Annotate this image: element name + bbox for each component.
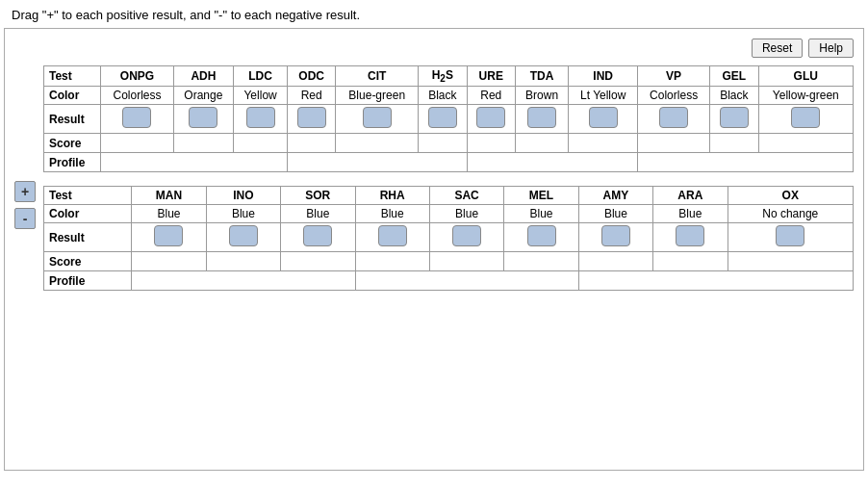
- result-box-amy[interactable]: [601, 225, 630, 246]
- result-box-adh[interactable]: [189, 107, 217, 128]
- table2-color-sac: Blue: [429, 205, 503, 223]
- table2-profile-group2: [355, 271, 578, 291]
- table2-result-sor: [281, 223, 355, 252]
- table2-result-sac: [429, 223, 503, 252]
- reset-button[interactable]: Reset: [752, 39, 803, 58]
- result-box-onpg[interactable]: [122, 107, 151, 128]
- table1-color-ldc: Yellow: [234, 87, 288, 105]
- table2-result-ara: [653, 223, 728, 252]
- table1-color-cit: Blue-green: [336, 87, 419, 105]
- result-box-man[interactable]: [154, 225, 183, 246]
- table2-color-man: Blue: [132, 205, 206, 223]
- table2-result-ino: [206, 223, 280, 252]
- table1-score-h2s: [419, 134, 467, 153]
- table1-result-odc: [287, 105, 335, 134]
- table1-result-tda: [515, 105, 568, 134]
- table1-score-ldc: [234, 134, 288, 153]
- table2-score-amy: [578, 252, 652, 271]
- table1-col-adh: ADH: [173, 66, 234, 87]
- table1-score-odc: [287, 134, 335, 153]
- table2-score-rha: [355, 252, 429, 271]
- table1-profile-group2: [287, 153, 467, 172]
- table1-profile-label: Profile: [44, 153, 101, 172]
- result-box-vp[interactable]: [659, 107, 688, 128]
- table1-col-gel: GEL: [710, 66, 758, 87]
- table2-score-ox: [728, 252, 853, 271]
- table1-color-vp: Colorless: [638, 87, 710, 105]
- table1-score-ind: [569, 134, 638, 153]
- table2-col-sor: SOR: [281, 187, 355, 205]
- table1-color-row: Color Colorless Orange Yellow Red Blue-g…: [44, 87, 854, 105]
- table2-color-ara: Blue: [653, 205, 728, 223]
- result-box-mel[interactable]: [527, 225, 556, 246]
- result-box-ara[interactable]: [676, 225, 704, 246]
- table1-score-row: Score: [44, 134, 854, 153]
- table2-result-amy: [578, 223, 652, 252]
- table1-score-glu: [758, 134, 853, 153]
- result-box-ino[interactable]: [229, 225, 258, 246]
- main-area: Reset Help + - Test ONPG ADH LDC ODC CIT…: [4, 28, 864, 471]
- table1-col-ind: IND: [569, 66, 638, 87]
- table2-color-rha: Blue: [355, 205, 429, 223]
- result-box-tda[interactable]: [527, 107, 556, 128]
- table2-result-label: Result: [44, 223, 132, 252]
- table1-score-gel: [710, 134, 758, 153]
- table2-col-mel: MEL: [504, 187, 578, 205]
- table1-col-onpg: ONPG: [101, 66, 173, 87]
- result-box-ure[interactable]: [476, 107, 505, 128]
- table1: Test ONPG ADH LDC ODC CIT H2S URE TDA IN…: [43, 65, 854, 172]
- table1-score-cit: [336, 134, 419, 153]
- table2-col-rha: RHA: [355, 187, 429, 205]
- table2-col-amy: AMY: [578, 187, 652, 205]
- result-box-ldc[interactable]: [246, 107, 275, 128]
- table2-score-sac: [429, 252, 503, 271]
- table1-result-cit: [336, 105, 419, 134]
- table1-header-row: Test ONPG ADH LDC ODC CIT H2S URE TDA IN…: [44, 66, 854, 87]
- result-box-glu[interactable]: [791, 107, 820, 128]
- table1-col-ure: URE: [467, 66, 515, 87]
- help-button[interactable]: Help: [808, 39, 854, 58]
- table1-col-vp: VP: [638, 66, 710, 87]
- result-box-gel[interactable]: [720, 107, 749, 128]
- table2-result-ox: [728, 223, 853, 252]
- table1-col-glu: GLU: [758, 66, 853, 87]
- result-box-odc[interactable]: [297, 107, 326, 128]
- table1-result-row: Result: [44, 105, 854, 134]
- result-box-cit[interactable]: [363, 107, 392, 128]
- table1-score-onpg: [101, 134, 173, 153]
- table1-result-label: Result: [44, 105, 101, 134]
- table1-result-ure: [467, 105, 515, 134]
- table1-color-h2s: Black: [419, 87, 467, 105]
- table2-color-label: Color: [44, 205, 132, 223]
- table1-result-onpg: [101, 105, 173, 134]
- table2-score-sor: [281, 252, 355, 271]
- result-box-sor[interactable]: [303, 225, 332, 246]
- instruction: Drag "+" to each positive result, and "-…: [0, 0, 868, 28]
- table1-color-odc: Red: [287, 87, 335, 105]
- table2-score-ara: [653, 252, 728, 271]
- table1-col-h2s: H2S: [419, 66, 467, 87]
- table2-result-mel: [504, 223, 578, 252]
- result-box-sac[interactable]: [452, 225, 481, 246]
- result-box-rha[interactable]: [378, 225, 407, 246]
- plus-button[interactable]: +: [14, 181, 36, 202]
- table1-color-glu: Yellow-green: [758, 87, 853, 105]
- result-box-ox[interactable]: [776, 225, 804, 246]
- result-box-ind[interactable]: [589, 107, 618, 128]
- table1-result-gel: [710, 105, 758, 134]
- table1-color-tda: Brown: [515, 87, 568, 105]
- result-box-h2s[interactable]: [428, 107, 457, 128]
- table1-result-h2s: [419, 105, 467, 134]
- table2-color-amy: Blue: [578, 205, 652, 223]
- table2-profile-group1: [132, 271, 355, 291]
- tables-area: Test ONPG ADH LDC ODC CIT H2S URE TDA IN…: [43, 65, 854, 304]
- table1-color-ind: Lt Yellow: [569, 87, 638, 105]
- content-area: + - Test ONPG ADH LDC ODC CIT H2S URE TD…: [14, 65, 854, 304]
- table1-result-ind: [569, 105, 638, 134]
- table1-color-onpg: Colorless: [101, 87, 173, 105]
- table2-color-sor: Blue: [281, 205, 355, 223]
- table2: Test MAN INO SOR RHA SAC MEL AMY ARA OX …: [43, 186, 854, 291]
- table2-score-ino: [206, 252, 280, 271]
- minus-button[interactable]: -: [14, 208, 36, 229]
- table2-score-man: [132, 252, 206, 271]
